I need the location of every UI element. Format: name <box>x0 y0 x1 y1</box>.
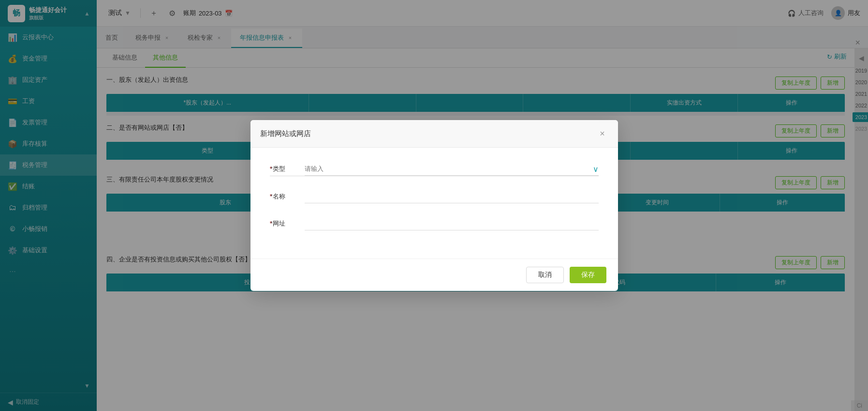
form-field-url: **网址 <box>270 217 599 230</box>
dialog-body: **类型 ∨ **名称 <box>250 148 618 259</box>
cancel-button[interactable]: 取消 <box>526 267 564 283</box>
url-label: **网址 <box>270 219 299 228</box>
name-label: **名称 <box>270 192 299 201</box>
form-field-type: **类型 ∨ <box>270 162 599 176</box>
dropdown-arrow-icon[interactable]: ∨ <box>593 165 599 174</box>
form-row-type: **类型 ∨ <box>270 162 599 176</box>
dialog-header: 新增网站或网店 × <box>250 120 618 148</box>
type-select-container: ∨ <box>305 162 599 176</box>
form-field-name: **名称 <box>270 190 599 203</box>
dialog-footer: 取消 保存 <box>250 259 618 291</box>
name-input[interactable] <box>305 190 599 203</box>
dialog-title: 新增网站或网店 <box>260 129 311 138</box>
type-label: **类型 <box>270 165 299 173</box>
dialog-close-btn[interactable]: × <box>597 128 608 139</box>
add-website-dialog: 新增网站或网店 × **类型 ∨ <box>250 120 618 291</box>
dialog-overlay: 新增网站或网店 × **类型 ∨ <box>0 0 868 411</box>
form-row-url: **网址 <box>270 217 599 230</box>
form-row-name: **名称 <box>270 190 599 203</box>
type-input[interactable] <box>305 162 599 176</box>
url-input[interactable] <box>305 217 599 230</box>
save-button[interactable]: 保存 <box>570 267 606 283</box>
